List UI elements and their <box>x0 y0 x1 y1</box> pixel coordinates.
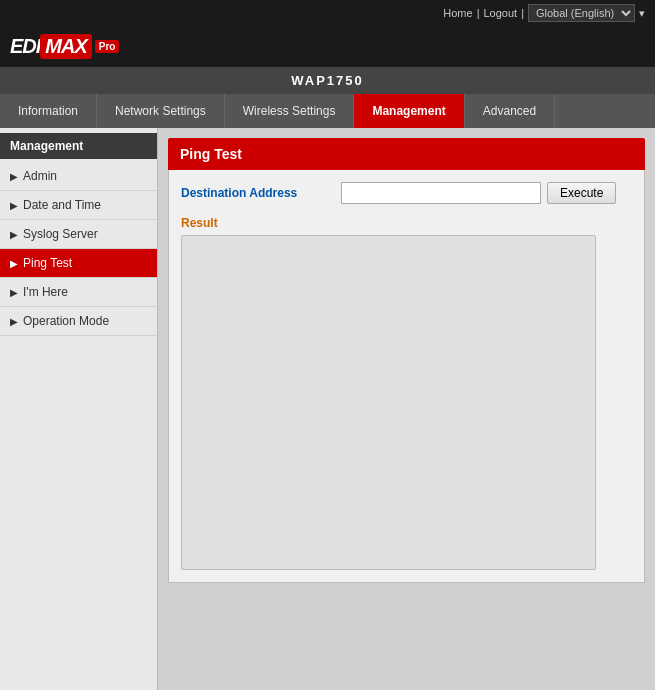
result-box <box>181 235 596 570</box>
arrow-icon: ▶ <box>10 200 18 211</box>
logo: EDIMAXPro <box>10 34 119 59</box>
nav-item-information[interactable]: Information <box>0 94 97 128</box>
arrow-icon: ▶ <box>10 316 18 327</box>
destination-address-label: Destination Address <box>181 186 341 200</box>
sidebar-item-label: Syslog Server <box>23 227 98 241</box>
device-name: WAP1750 <box>291 73 364 88</box>
main-content: Ping Test Destination Address Execute Re… <box>158 128 655 690</box>
top-bar: Home | Logout | Global (English) ▾ <box>0 0 655 26</box>
logo-pro: Pro <box>95 40 120 53</box>
sidebar-item-label: Operation Mode <box>23 314 109 328</box>
sidebar-item-im-here[interactable]: ▶ I'm Here <box>0 278 157 307</box>
sidebar-item-ping-test[interactable]: ▶ Ping Test <box>0 249 157 278</box>
sidebar-title: Management <box>0 133 157 159</box>
sidebar: Management ▶ Admin ▶ Date and Time ▶ Sys… <box>0 128 158 690</box>
sidebar-item-date-and-time[interactable]: ▶ Date and Time <box>0 191 157 220</box>
logo-edi: EDI <box>10 35 40 58</box>
arrow-icon: ▶ <box>10 287 18 298</box>
execute-button[interactable]: Execute <box>547 182 616 204</box>
chevron-down-icon: ▾ <box>639 7 645 20</box>
result-label: Result <box>181 216 632 230</box>
logo-max: MAX <box>40 34 91 59</box>
nav-item-management[interactable]: Management <box>354 94 464 128</box>
destination-address-row: Destination Address Execute <box>181 182 632 204</box>
main-nav: Information Network Settings Wireless Se… <box>0 94 655 128</box>
arrow-icon: ▶ <box>10 171 18 182</box>
nav-item-advanced[interactable]: Advanced <box>465 94 555 128</box>
header: EDIMAXPro <box>0 26 655 67</box>
content-wrapper: Management ▶ Admin ▶ Date and Time ▶ Sys… <box>0 128 655 690</box>
sidebar-item-admin[interactable]: ▶ Admin <box>0 162 157 191</box>
sep2: | <box>521 7 524 19</box>
home-link[interactable]: Home <box>443 7 472 19</box>
language-select[interactable]: Global (English) <box>528 4 635 22</box>
sidebar-item-label: Admin <box>23 169 57 183</box>
content-panel: Destination Address Execute Result <box>168 170 645 583</box>
sidebar-item-operation-mode[interactable]: ▶ Operation Mode <box>0 307 157 336</box>
sidebar-item-label: Date and Time <box>23 198 101 212</box>
nav-item-wireless-settings[interactable]: Wireless Settings <box>225 94 355 128</box>
sidebar-item-syslog-server[interactable]: ▶ Syslog Server <box>0 220 157 249</box>
destination-address-input[interactable] <box>341 182 541 204</box>
page-title: Ping Test <box>168 138 645 170</box>
sep1: | <box>477 7 480 19</box>
arrow-icon: ▶ <box>10 258 18 269</box>
nav-item-network-settings[interactable]: Network Settings <box>97 94 225 128</box>
arrow-icon: ▶ <box>10 229 18 240</box>
device-name-bar: WAP1750 <box>0 67 655 94</box>
sidebar-item-label: Ping Test <box>23 256 72 270</box>
logout-link[interactable]: Logout <box>483 7 517 19</box>
sidebar-item-label: I'm Here <box>23 285 68 299</box>
